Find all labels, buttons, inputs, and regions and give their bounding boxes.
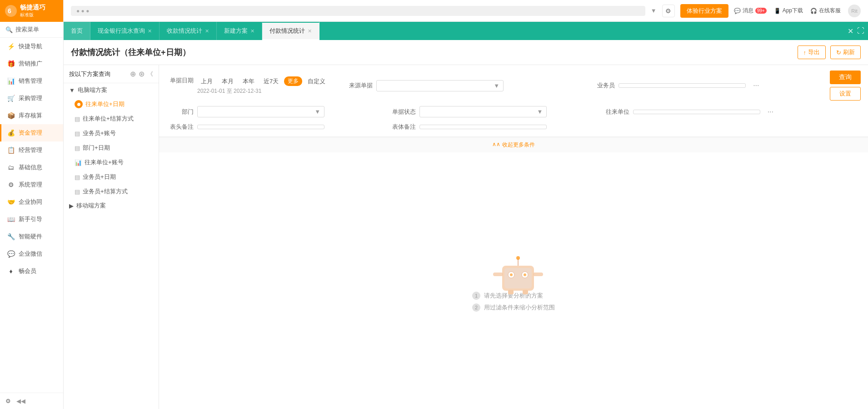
- date-7days[interactable]: 近7天: [260, 76, 282, 86]
- sidebar-item-marketing[interactable]: 🎁 营销推广: [0, 55, 63, 72]
- dept-select[interactable]: ▼: [197, 106, 324, 117]
- date-custom[interactable]: 自定义: [304, 76, 329, 86]
- tab-cashflow[interactable]: 现金银行流水查询 ✕: [90, 22, 160, 40]
- tab-home[interactable]: 首页: [64, 22, 90, 40]
- tab-maximize-btn[interactable]: ⛶: [857, 27, 864, 35]
- sidebar-logo: 6 畅捷通巧 标准版: [0, 0, 63, 22]
- tab-bar: 首页 现金银行流水查询 ✕ 收款情况统计 ✕ 新建方案 ✕ 付款情况统计 ✕ ✕…: [64, 22, 868, 40]
- sidebar-item-inventory[interactable]: 📦 库存核算: [0, 107, 63, 124]
- tip-text-2: 用过滤条件来缩小分析范围: [484, 303, 555, 312]
- mobile-group-label: 移动端方案: [76, 202, 106, 210]
- user-avatar[interactable]: Rit: [848, 5, 861, 17]
- page-header: 付款情况统计（往来单位+日期） ↑ 导出 ↻ 刷新: [64, 40, 868, 65]
- purchase-icon: 🛒: [7, 94, 15, 102]
- voucher-status-select[interactable]: ▼: [419, 106, 547, 117]
- sidebar-item-enterprise[interactable]: 🤝 企业协同: [0, 193, 63, 211]
- sidebar-item-capital[interactable]: 💰 资金管理: [0, 124, 63, 141]
- collapse-arrow-icon: ∧∧: [492, 141, 500, 149]
- counterpart-label: 往来单位: [602, 108, 629, 116]
- date-range-text: 2022-01-01 至 2022-12-31: [197, 87, 329, 95]
- counterpart-input[interactable]: [633, 110, 760, 114]
- tab-cashflow-close[interactable]: ✕: [148, 28, 152, 34]
- sidebar-item-basic[interactable]: 🗂 基础信息: [0, 159, 63, 176]
- desktop-group-label: 电脑端方案: [78, 86, 107, 94]
- table-header-note-input[interactable]: [197, 125, 324, 129]
- sidebar-item-wechat[interactable]: 💬 企业微信: [0, 245, 63, 263]
- svg-rect-3: [504, 268, 532, 288]
- app-name: 畅捷通巧: [20, 4, 45, 12]
- sidebar-item-sales[interactable]: 📊 销售管理: [0, 72, 63, 90]
- sidebar-item-hardware[interactable]: 🔧 智能硬件: [0, 228, 63, 245]
- sidebar-item-label: 快捷导航: [19, 42, 42, 50]
- staff-input[interactable]: [619, 83, 746, 88]
- manage-scheme-btn[interactable]: ⊛: [139, 70, 145, 78]
- main-area: ● ● ● ▼ ⚙ 体验行业方案 💬 消息 99+ 📱 App下载 🎧 在线客服: [64, 0, 868, 409]
- search-icon: 🔍: [5, 26, 13, 33]
- trial-btn[interactable]: 体验行业方案: [680, 4, 728, 18]
- search-menu[interactable]: 🔍 搜索菜单: [0, 22, 63, 38]
- empty-state: 1 请先选择要分析的方案 2 用过滤条件来缩小分析范围: [159, 152, 868, 409]
- table-header-note-label: 表头备注: [166, 123, 194, 131]
- dropdown-icon[interactable]: ▼: [651, 7, 657, 14]
- collapse-sidebar-icon[interactable]: ◀◀: [16, 398, 25, 404]
- tab-receipts[interactable]: 收款情况统计 ✕: [160, 22, 217, 40]
- tab-newscheme-close[interactable]: ✕: [250, 28, 254, 34]
- svg-rect-10: [508, 290, 514, 294]
- sidebar-item-purchase[interactable]: 🛒 采购管理: [0, 90, 63, 107]
- active-radio: [75, 100, 83, 108]
- sidebar-item-system[interactable]: ⚙ 系统管理: [0, 176, 63, 193]
- settings-icon[interactable]: ⚙: [5, 398, 11, 404]
- online-service-btn[interactable]: 🎧 在线客服: [810, 7, 841, 15]
- sidebar-item-label: 基础信息: [19, 163, 42, 172]
- messages-btn[interactable]: 💬 消息 99+: [734, 7, 767, 15]
- tab-receipts-close[interactable]: ✕: [205, 28, 209, 34]
- tab-payments[interactable]: 付款情况统计 ✕: [262, 22, 319, 40]
- source-voucher-select[interactable]: ▼: [376, 80, 504, 91]
- mobile-group-title[interactable]: ▶ 移动端方案: [64, 199, 159, 212]
- date-this-month[interactable]: 本月: [218, 76, 237, 86]
- sidebar-item-operation[interactable]: 📋 经营管理: [0, 141, 63, 159]
- scheme-item-staff-date[interactable]: ▤ 业务员+日期: [64, 170, 159, 184]
- tab-payments-close[interactable]: ✕: [308, 28, 312, 34]
- desktop-group-title[interactable]: ▼ 电脑端方案: [64, 83, 159, 97]
- scheme-label: 业务员+结算方式: [83, 187, 128, 196]
- svg-rect-13: [533, 273, 543, 276]
- date-last-month[interactable]: 上月: [197, 76, 216, 86]
- collapse-panel-btn[interactable]: 《: [147, 70, 153, 78]
- messages-badge: 99+: [755, 8, 767, 14]
- scheme-item-unit-settlement[interactable]: ▤ 往来单位+结算方式: [64, 111, 159, 126]
- select-arrow-icon: ▼: [314, 108, 320, 115]
- sidebar-item-quicknav[interactable]: ⚡ 快捷导航: [0, 38, 63, 55]
- setting-btn[interactable]: 设置: [830, 87, 861, 101]
- sidebar-item-member[interactable]: ♦ 畅会员: [0, 263, 63, 280]
- date-this-year[interactable]: 本年: [239, 76, 258, 86]
- table-body-note-label: 表体备注: [389, 123, 416, 131]
- app-download-btn[interactable]: 📱 App下载: [774, 7, 803, 15]
- query-btn[interactable]: 查询: [830, 71, 861, 84]
- scheme-item-staff-account[interactable]: ▤ 业务员+账号: [64, 126, 159, 141]
- voucher-date-label: 单据日期: [166, 76, 194, 85]
- sidebar-item-guide[interactable]: 📖 新手引导: [0, 211, 63, 228]
- refresh-btn[interactable]: ↻ 刷新: [830, 45, 861, 59]
- scheme-item-staff-settlement[interactable]: ▤ 业务员+结算方式: [64, 184, 159, 199]
- date-more[interactable]: 更多: [284, 76, 302, 86]
- scheme-panel-actions: ⊕ ⊛: [130, 70, 145, 78]
- service-icon: 🎧: [810, 8, 817, 14]
- scheme-item-unit-account[interactable]: 📊 往来单位+账号: [64, 155, 159, 170]
- collapse-more-btn[interactable]: ∧∧ 收起更多条件: [159, 137, 868, 152]
- table-body-note-input[interactable]: [419, 125, 547, 129]
- tab-newscheme[interactable]: 新建方案 ✕: [217, 22, 262, 40]
- staff-dots[interactable]: ···: [753, 81, 759, 90]
- export-btn[interactable]: ↑ 导出: [798, 45, 826, 59]
- tab-cashflow-label: 现金银行流水查询: [98, 27, 145, 35]
- counterpart-dots[interactable]: ···: [768, 108, 773, 116]
- scheme-item-unit-date[interactable]: 往来单位+日期: [64, 97, 159, 111]
- settings-button[interactable]: ⚙: [662, 5, 675, 17]
- add-scheme-btn[interactable]: ⊕: [130, 70, 136, 78]
- scheme-icon: ▤: [75, 174, 80, 181]
- tab-close-all-btn[interactable]: ✕: [848, 27, 853, 35]
- svg-text:6: 6: [8, 7, 11, 15]
- scheme-item-dept-date[interactable]: ▤ 部门+日期: [64, 141, 159, 155]
- tab-bar-right: ✕ ⛶: [844, 22, 868, 40]
- scheme-label: 业务员+日期: [83, 173, 116, 181]
